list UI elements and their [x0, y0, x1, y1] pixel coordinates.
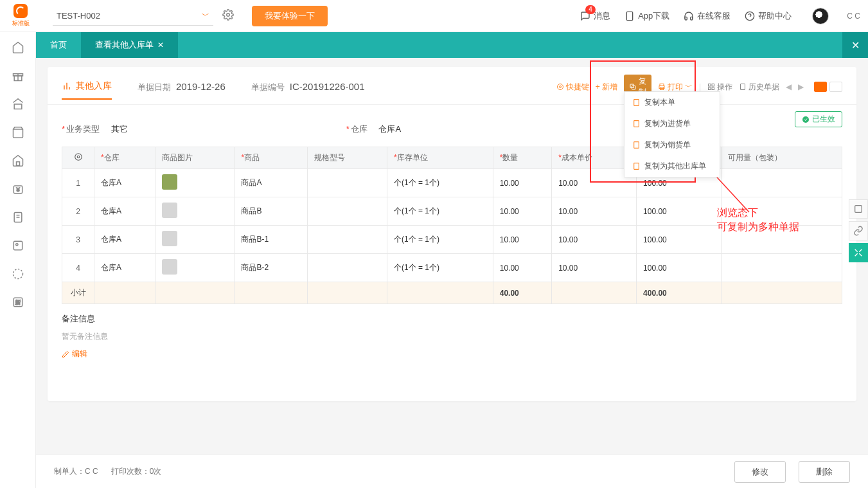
copy-this-doc[interactable]: 复制本单 [624, 92, 720, 113]
tabbar-close-button[interactable]: ✕ [842, 32, 868, 58]
warehouse-field: *仓库 仓库A [346, 123, 401, 135]
app-download-link[interactable]: App下载 [624, 10, 669, 22]
edit-remarks-button[interactable]: 编辑 [62, 348, 842, 359]
svg-point-41 [77, 156, 80, 158]
remarks-empty: 暂无备注信息 [62, 331, 842, 342]
actions-button[interactable]: 操作 [707, 82, 732, 93]
customer-service-link[interactable]: 在线客服 [684, 10, 731, 22]
grid-icon [707, 83, 715, 91]
svg-point-24 [559, 86, 561, 88]
org-name: TEST-H002 [57, 11, 100, 21]
view-toggle [814, 82, 842, 92]
chevron-down-icon: ﹀ [202, 10, 209, 21]
warehouse-icon[interactable] [12, 98, 24, 111]
chart-icon [62, 81, 72, 91]
shortcut-button[interactable]: 快捷键 [556, 82, 589, 93]
svg-rect-28 [634, 100, 639, 106]
close-icon[interactable]: ✕ [157, 41, 164, 50]
float-note-icon[interactable] [849, 199, 868, 219]
org-selector[interactable]: TEST-H002 ﹀ [53, 6, 213, 26]
svg-rect-37 [709, 87, 711, 90]
document-card: 其他入库 单据日期 2019-12-26 单据编号 IC-20191226-00… [48, 67, 856, 401]
right-float-toolbar [849, 199, 868, 262]
gift-icon[interactable] [12, 69, 24, 82]
logo-icon [13, 4, 28, 18]
add-button[interactable]: + 新增 [596, 82, 617, 93]
avatar[interactable] [812, 8, 829, 24]
subtotal-row: 小计40.00400.00 [62, 282, 842, 304]
copy-as-sales[interactable]: 复制为销货单 [624, 134, 720, 156]
history-button[interactable]: 历史单据 [739, 82, 779, 93]
product-image [162, 203, 177, 218]
refresh-icon[interactable] [12, 267, 24, 280]
messages-link[interactable]: 消息 4 [580, 10, 610, 22]
plus-icon: + [596, 82, 600, 91]
clipboard-icon[interactable] [12, 211, 24, 224]
svg-rect-30 [634, 142, 639, 149]
messages-badge: 4 [585, 5, 596, 14]
product-image [162, 231, 177, 246]
items-table: *仓库 商品图片 *商品 规格型号 *库存单位 *数量 *成本单价 *成本金额 … [62, 147, 842, 304]
doc-title-tab[interactable]: 其他入库 [62, 80, 112, 100]
chevron-down-icon: ﹀ [685, 82, 693, 93]
bag-icon[interactable] [12, 126, 24, 139]
float-expand-icon[interactable] [849, 243, 868, 262]
profile-icon[interactable] [12, 239, 24, 252]
svg-rect-35 [709, 84, 711, 87]
maker-info: 制单人：C C [54, 466, 98, 477]
doc-no-label: 单据编号 [251, 82, 285, 93]
tab-current[interactable]: 查看其他入库单 ✕ [81, 32, 178, 58]
svg-point-0 [227, 13, 230, 16]
prev-doc-button[interactable]: ◀ [786, 82, 792, 91]
copy-as-purchase[interactable]: 复制为进货单 [624, 113, 720, 134]
svg-rect-36 [712, 84, 714, 87]
new-icon[interactable]: 新 [12, 296, 24, 309]
svg-point-40 [802, 116, 809, 123]
print-button[interactable]: 打印 ﹀ [658, 82, 693, 93]
print-count: 打印次数：0次 [111, 466, 162, 477]
table-row[interactable]: 3 仓库A 商品B-1 个(1个 = 1个) 10.00 10.00 100.0… [62, 226, 842, 254]
status-badge: 已生效 [795, 111, 842, 127]
product-image [162, 259, 177, 275]
trial-button[interactable]: 我要体验一下 [252, 6, 328, 26]
warehouse-value: 仓库A [378, 124, 401, 134]
copy-as-outbound[interactable]: 复制为其他出库单 [624, 156, 720, 177]
float-link-icon[interactable] [849, 221, 868, 240]
username: C C [847, 12, 860, 21]
table-row[interactable]: 4 仓库A 商品B-2 个(1个 = 1个) 10.00 10.00 100.0… [62, 254, 842, 282]
svg-rect-8 [14, 104, 22, 109]
top-header: 标准版 TEST-H002 ﹀ 我要体验一下 消息 4 App下载 在线客服 [0, 0, 868, 32]
svg-rect-1 [627, 12, 633, 20]
table-row[interactable]: 2 仓库A 商品B 个(1个 = 1个) 10.00 10.00 100.00 [62, 197, 842, 226]
doc-date: 2019-12-26 [176, 81, 226, 92]
svg-rect-38 [712, 87, 714, 90]
next-doc-button[interactable]: ▶ [798, 82, 804, 91]
col-settings[interactable] [62, 147, 94, 169]
svg-point-17 [15, 244, 17, 246]
modify-button[interactable]: 修改 [734, 461, 786, 483]
settings-gear-icon[interactable] [222, 9, 234, 23]
svg-rect-31 [634, 163, 639, 170]
view-grid-button[interactable] [829, 82, 842, 92]
help-center-link[interactable]: 帮助中心 [745, 10, 792, 22]
delete-button[interactable]: 删除 [799, 461, 850, 483]
doc-title: 其他入库 [76, 80, 112, 92]
messages-label: 消息 [594, 10, 610, 22]
table-row[interactable]: 1 仓库A 商品A 个(1个 = 1个) 10.00 10.00 100.00 [62, 169, 842, 197]
tabbar: 首页 查看其他入库单 ✕ ✕ [36, 32, 868, 58]
house-icon[interactable] [12, 154, 24, 167]
printer-icon [658, 83, 666, 91]
tab-home[interactable]: 首页 [36, 32, 81, 58]
customer-service-label: 在线客服 [697, 10, 731, 22]
view-list-button[interactable] [814, 82, 827, 92]
gear-icon [74, 152, 83, 161]
money-icon[interactable]: ¥ [12, 183, 24, 195]
remarks-title: 备注信息 [62, 313, 842, 325]
biz-type-value: 其它 [111, 124, 128, 134]
home-icon[interactable] [12, 41, 24, 54]
svg-text:新: 新 [15, 300, 21, 305]
copy-icon [629, 83, 637, 91]
tab-current-label: 查看其他入库单 [95, 39, 154, 51]
footer-bar: 制单人：C C 打印次数：0次 修改 删除 [36, 455, 868, 488]
help-center-label: 帮助中心 [758, 10, 792, 22]
